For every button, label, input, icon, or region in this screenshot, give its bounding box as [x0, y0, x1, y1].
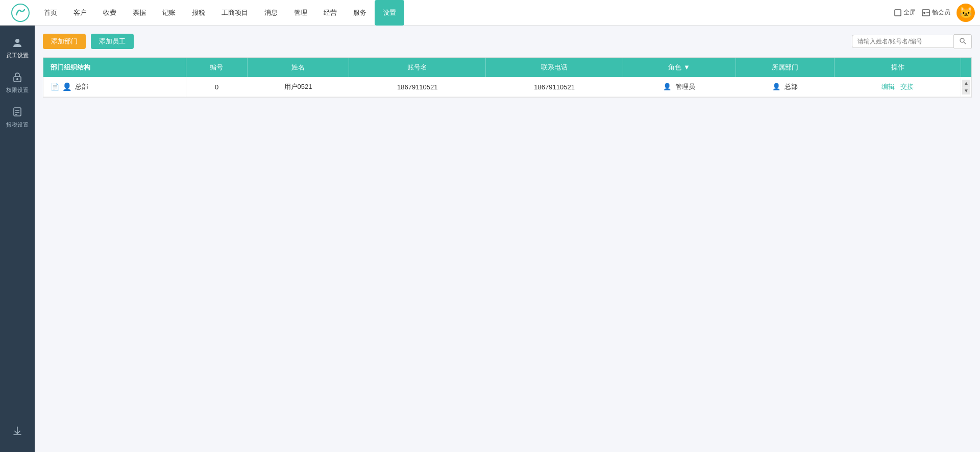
nav-operation[interactable]: 经营 — [315, 0, 345, 26]
fullscreen-label: 全屏 — [903, 8, 916, 17]
row-scroll-cell: ▲ ▼ — [961, 77, 972, 97]
svg-point-4 — [15, 39, 19, 43]
sidebar-item-permission[interactable]: 权限设置 — [0, 65, 35, 100]
employee-icon — [12, 37, 23, 50]
nav-business[interactable]: 工商项目 — [213, 0, 256, 26]
col-dept: 所属部门 — [736, 58, 835, 77]
sidebar: 员工设置 权限设置 报税设置 — [0, 26, 35, 452]
logo — [5, 4, 36, 22]
cell-name: 用户0521 — [247, 77, 349, 97]
edit-link[interactable]: 编辑 — [881, 83, 895, 90]
svg-point-6 — [16, 78, 18, 80]
action-bar: 添加部门 添加员工 — [43, 34, 972, 49]
top-right-actions: 全屏 畅会员 🐱 — [894, 4, 975, 22]
sidebar-bottom-section — [10, 419, 25, 444]
nav-client[interactable]: 客户 — [65, 0, 95, 26]
col-name: 姓名 — [247, 58, 349, 77]
sidebar-permission-label: 权限设置 — [6, 86, 29, 94]
cell-account: 18679110521 — [349, 77, 486, 97]
scroll-down-btn[interactable]: ▼ — [962, 87, 970, 94]
cell-role: 👤 管理员 — [623, 77, 736, 97]
col-account: 账号名 — [349, 58, 486, 77]
employee-table: 编号 姓名 账号名 联系电话 角色 ▼ 所属部门 操作 0 用户0521 18 — [186, 58, 971, 97]
dept-tree-panel: 部门组织结构 📄 👤 总部 — [43, 58, 186, 97]
svg-point-8 — [960, 38, 964, 42]
nav-account[interactable]: 记账 — [154, 0, 184, 26]
nav-items: 首页 客户 收费 票据 记账 报税 工商项目 消息 管理 经营 服务 设置 — [36, 0, 894, 26]
nav-service[interactable]: 服务 — [345, 0, 375, 26]
vip-button[interactable]: 畅会员 — [922, 8, 950, 17]
nav-settings[interactable]: 设置 — [375, 0, 404, 26]
svg-point-3 — [923, 12, 925, 14]
taxsettings-icon — [12, 106, 23, 119]
download-icon — [12, 425, 23, 438]
nav-fee[interactable]: 收费 — [95, 0, 125, 26]
file-icon: 📄 — [51, 83, 59, 91]
nav-manage[interactable]: 管理 — [286, 0, 315, 26]
sidebar-download[interactable] — [10, 419, 25, 444]
nav-home[interactable]: 首页 — [36, 0, 65, 26]
top-nav: 首页 客户 收费 票据 记账 报税 工商项目 消息 管理 经营 服务 设置 全屏… — [0, 0, 980, 26]
dept-user-icon: 👤 — [62, 82, 72, 91]
scroll-up-btn[interactable]: ▲ — [962, 80, 970, 87]
sidebar-item-employee[interactable]: 员工设置 — [0, 31, 35, 65]
svg-rect-1 — [895, 10, 901, 16]
col-actions: 操作 — [835, 58, 961, 77]
search-button[interactable] — [954, 34, 972, 49]
col-scroll — [961, 58, 972, 77]
col-phone: 联系电话 — [486, 58, 623, 77]
col-role[interactable]: 角色 ▼ — [623, 58, 736, 77]
dept-user-icon: 👤 — [772, 83, 780, 90]
add-staff-button[interactable]: 添加员工 — [91, 34, 134, 49]
dept-name: 总部 — [75, 82, 88, 91]
employee-table-panel: 编号 姓名 账号名 联系电话 角色 ▼ 所属部门 操作 0 用户0521 18 — [186, 58, 971, 97]
nav-message[interactable]: 消息 — [256, 0, 286, 26]
content-area: 部门组织结构 📄 👤 总部 编号 姓名 账号名 联系电话 角色 ▼ 所属部门 — [43, 57, 972, 98]
role-value: 管理员 — [675, 83, 695, 90]
dept-tree-item-root[interactable]: 📄 👤 总部 — [43, 77, 186, 97]
main-content: 添加部门 添加员工 部门组织结构 📄 👤 总部 — [35, 26, 980, 452]
cell-actions: 编辑 交接 — [835, 77, 961, 97]
avatar[interactable]: 🐱 — [957, 4, 975, 22]
table-row: 0 用户0521 18679110521 18679110521 👤 管理员 👤… — [186, 77, 971, 97]
sidebar-item-taxsettings[interactable]: 报税设置 — [0, 100, 35, 135]
cell-phone: 18679110521 — [486, 77, 623, 97]
dept-tree-header: 部门组织结构 — [43, 58, 186, 77]
cell-dept: 👤 总部 — [736, 77, 835, 97]
sidebar-taxsettings-label: 报税设置 — [6, 121, 29, 129]
sidebar-employee-label: 员工设置 — [6, 52, 29, 59]
dept-value: 总部 — [785, 83, 798, 90]
nav-tax[interactable]: 报税 — [184, 0, 213, 26]
vip-label: 畅会员 — [932, 8, 950, 17]
cell-id: 0 — [186, 77, 247, 97]
handover-link[interactable]: 交接 — [900, 83, 914, 90]
svg-point-0 — [12, 4, 29, 21]
add-dept-button[interactable]: 添加部门 — [43, 34, 86, 49]
search-container — [852, 34, 972, 49]
nav-bill[interactable]: 票据 — [125, 0, 154, 26]
search-input[interactable] — [852, 35, 954, 48]
role-user-icon: 👤 — [663, 83, 671, 90]
permission-icon — [12, 72, 23, 84]
fullscreen-button[interactable]: 全屏 — [894, 8, 916, 17]
col-id: 编号 — [186, 58, 247, 77]
